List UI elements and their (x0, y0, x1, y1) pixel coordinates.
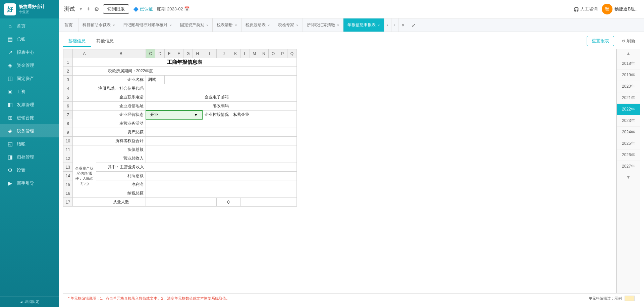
tab-close-icon[interactable]: × (206, 23, 208, 27)
tab-tax-fluctuation[interactable]: 税负波动表 × (241, 18, 274, 32)
sidebar-item-fixed-assets[interactable]: ◫ 固定资产 (0, 72, 59, 85)
cell-6c[interactable] (146, 102, 202, 111)
year-item-2024[interactable]: 2024年 (617, 127, 640, 138)
sidebar-item-label: 资金管理 (17, 62, 34, 69)
cell-13d[interactable] (155, 163, 297, 172)
tab-close-icon[interactable]: × (337, 23, 339, 27)
cell-8c[interactable] (146, 119, 297, 128)
cell-17c[interactable] (146, 198, 217, 207)
cell-5l[interactable] (231, 93, 297, 102)
sidebar-item-funds[interactable]: ◈ 资金管理 (0, 59, 59, 72)
tab-close-icon[interactable]: × (296, 23, 298, 27)
cell-7l[interactable]: 私营企业 (231, 111, 297, 119)
tab-tax-list[interactable]: 税表清册 × (213, 18, 241, 32)
year-nav-up-button[interactable]: ▲ (617, 49, 640, 58)
col-header-p[interactable]: P (278, 49, 287, 58)
cell-3e[interactable] (165, 76, 297, 84)
cell-17j[interactable]: 0 (217, 198, 240, 207)
add-tab-button[interactable]: + (87, 6, 91, 13)
tab-nav-next[interactable]: › (391, 18, 398, 32)
sidebar-item-home[interactable]: ⌂ 首页 (0, 20, 59, 33)
sidebar-collapse-button[interactable]: ◄ 取消固定 (0, 296, 59, 307)
tab-auxiliary-balance[interactable]: 科目辅助余额表 × (78, 18, 119, 32)
tab-tax-expert[interactable]: 税检专家 × (274, 18, 303, 32)
year-item-2025[interactable]: 2025年 (617, 138, 640, 149)
cell-3c[interactable]: 测试 (146, 76, 165, 84)
user-menu[interactable]: 畅 畅捷通B组... (602, 4, 639, 14)
cell-2b[interactable]: 税款所属期间：2022年度 (96, 67, 155, 76)
year-item-2023[interactable]: 2023年 (617, 115, 640, 127)
cell-5c[interactable] (146, 93, 202, 102)
sidebar-item-tax[interactable]: ◈ 税务管理 (0, 124, 59, 137)
tab-nav-prev[interactable]: ‹ (384, 18, 391, 32)
sidebar-item-archive[interactable]: ◨ 归档管理 (0, 150, 59, 164)
col-header-g[interactable]: G (183, 49, 193, 58)
customer-service-button[interactable]: 🎧 人工咨询 (574, 6, 598, 12)
tab-annual-report[interactable]: 年报信息申报表 × (343, 18, 384, 32)
year-item-2026[interactable]: 2026年 (617, 149, 640, 161)
col-header-i[interactable]: I (202, 49, 217, 58)
tab-bank-reconcile[interactable]: 日记账与银行对账单核对 × (119, 18, 176, 32)
refresh-button[interactable]: ↺ 刷新 (617, 36, 640, 46)
col-header-f[interactable]: F (174, 49, 183, 58)
year-item-2020[interactable]: 2020年 (617, 81, 640, 92)
sidebar-item-ledger[interactable]: ▤ 总账 (0, 33, 59, 46)
cell-4c[interactable] (146, 84, 297, 93)
cell-12c[interactable] (146, 154, 297, 163)
tab-income-tax[interactable]: 所得税汇算清缴 × (303, 18, 343, 32)
col-header-l[interactable]: L (240, 49, 250, 58)
tab-close-icon[interactable]: × (169, 23, 171, 27)
sidebar-item-close[interactable]: ◱ 结账 (0, 137, 59, 150)
tab-close-all[interactable]: × (398, 18, 408, 32)
col-header-n[interactable]: N (259, 49, 268, 58)
year-item-2022[interactable]: 2022年 (617, 104, 640, 115)
year-item-2027[interactable]: 2027年 (617, 161, 640, 172)
col-header-k[interactable]: K (231, 49, 240, 58)
sub-tab-other[interactable]: 其他信息 (91, 36, 119, 47)
sub-tab-basic[interactable]: 基础信息 (63, 36, 91, 47)
col-header-b[interactable]: B (96, 49, 146, 58)
sidebar-item-guide[interactable]: ▶ 新手引导 (0, 177, 59, 190)
sidebar-item-settings[interactable]: ⚙ 设置 (0, 164, 59, 177)
spreadsheet[interactable]: A B C D E F G H I J K L (63, 49, 616, 293)
cell-10c[interactable] (146, 137, 297, 145)
col-header-h[interactable]: H (193, 49, 202, 58)
sidebar-item-reports[interactable]: ↗ 报表中心 (0, 46, 59, 59)
tab-close-icon[interactable]: × (268, 23, 270, 27)
sheet-title[interactable]: 工商年报信息表 (73, 58, 297, 67)
col-header-j[interactable]: J (217, 49, 231, 58)
col-header-q[interactable]: Q (287, 49, 297, 58)
col-header-c[interactable]: C (146, 49, 155, 58)
col-header-o[interactable]: O (268, 49, 278, 58)
cell-6l[interactable] (231, 102, 297, 111)
year-item-2019[interactable]: 2019年 (617, 70, 640, 81)
cell-14c[interactable] (146, 172, 297, 180)
col-header-m[interactable]: M (250, 49, 259, 58)
col-header-a[interactable]: A (73, 49, 96, 58)
year-item-2018[interactable]: 2018年 (617, 58, 640, 70)
cell-17l[interactable] (240, 198, 297, 207)
reset-report-button[interactable]: 重置报表 (587, 36, 614, 46)
tab-expand[interactable]: ⤢ (408, 18, 419, 32)
sidebar-item-purchases[interactable]: ⊞ 进销台账 (0, 111, 59, 124)
sidebar-item-invoice[interactable]: ◧ 发票管理 (0, 98, 59, 111)
cell-7c[interactable]: 开业 ▼ (146, 111, 202, 119)
year-nav-down-button[interactable]: ▼ (617, 172, 640, 182)
col-header-d[interactable]: D (155, 49, 165, 58)
tab-close-icon[interactable]: × (235, 23, 237, 27)
sidebar-item-payroll[interactable]: ◉ 工资 (0, 85, 59, 98)
cell-15c[interactable] (146, 180, 297, 189)
year-item-2021[interactable]: 2021年 (617, 92, 640, 104)
cell-2d[interactable] (155, 67, 297, 76)
module-dropdown-icon[interactable]: ▼ (79, 7, 83, 11)
col-header-e[interactable]: E (165, 49, 174, 58)
tab-fixed-asset-category[interactable]: 固定资产类别 × (176, 18, 213, 32)
cell-16c[interactable] (146, 189, 297, 198)
cell-9c[interactable] (146, 128, 297, 137)
settings-gear-button[interactable]: ⚙ (94, 6, 99, 12)
tab-home[interactable]: 首页 (59, 18, 78, 32)
tab-close-active-icon[interactable]: × (378, 23, 380, 27)
tab-close-icon[interactable]: × (113, 23, 115, 27)
cell-11c[interactable] (146, 145, 297, 154)
switch-old-version-button[interactable]: 切到旧版 (103, 4, 129, 14)
